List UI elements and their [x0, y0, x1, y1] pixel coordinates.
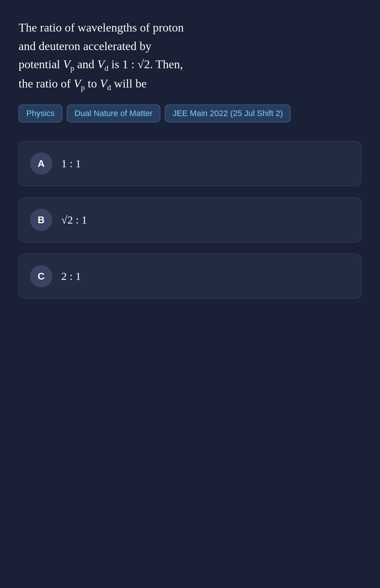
option-c[interactable]: C 2 : 1	[19, 254, 361, 299]
question-container: The ratio of wavelengths of proton and d…	[19, 19, 361, 122]
option-b-text: √2 : 1	[61, 214, 87, 226]
options-container: A 1 : 1 B √2 : 1 C 2 : 1	[19, 141, 361, 299]
option-a-label: A	[30, 152, 52, 175]
option-a-text: 1 : 1	[61, 157, 81, 170]
option-b[interactable]: B √2 : 1	[19, 197, 361, 242]
option-b-label: B	[30, 209, 52, 231]
tag-jee-main[interactable]: JEE Main 2022 (25 Jul Shift 2)	[165, 105, 291, 122]
option-a[interactable]: A 1 : 1	[19, 141, 361, 186]
question-text: The ratio of wavelengths of proton and d…	[19, 19, 361, 93]
tags-container: Physics Dual Nature of Matter JEE Main 2…	[19, 105, 361, 122]
option-c-label: C	[30, 265, 52, 287]
tag-dual-nature[interactable]: Dual Nature of Matter	[67, 105, 160, 122]
option-c-text: 2 : 1	[61, 270, 81, 283]
tag-physics[interactable]: Physics	[19, 105, 62, 122]
